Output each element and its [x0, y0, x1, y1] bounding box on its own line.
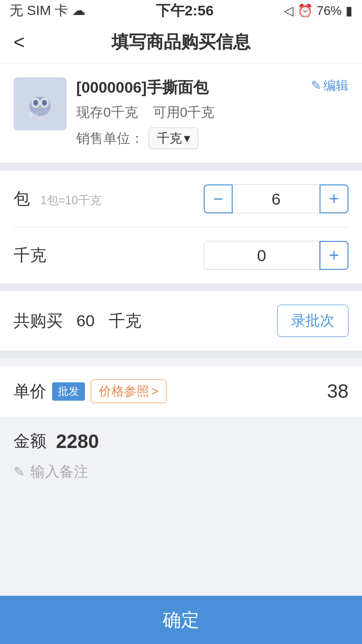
price-section: 单价 批发 价格参照 > 38 — [0, 366, 362, 417]
package-label: 包 1包=10千克 — [14, 188, 204, 210]
price-ref-arrow-icon: > — [151, 384, 158, 399]
package-row: 包 1包=10千克 − + — [14, 171, 348, 227]
amount-section: 金额 2280 ✎ 输入备注 — [0, 417, 362, 491]
amount-value: 2280 — [56, 431, 99, 452]
confirm-label: 确定 — [163, 608, 199, 632]
kg-quantity-input[interactable] — [204, 241, 320, 270]
no-sim-label: 无 SIM 卡 ☁ — [10, 1, 85, 20]
status-right: ◁ ⏰ 76% ▮ — [284, 3, 352, 18]
package-quantity-input[interactable] — [233, 184, 320, 213]
divider-2 — [0, 283, 362, 291]
unit-value: 千克 — [157, 130, 182, 147]
kg-row: 千克 + — [14, 227, 348, 283]
kg-plus-button[interactable]: + — [320, 241, 348, 270]
battery-icon: ▮ — [346, 3, 352, 18]
svg-text:智计: 智计 — [28, 112, 38, 117]
remark-icon: ✎ — [14, 464, 25, 480]
svg-point-5 — [34, 101, 37, 105]
page-title: 填写商品购买信息 — [111, 30, 251, 54]
edit-icon: ✎ — [311, 78, 321, 93]
product-unit-row: 销售单位： 千克 ▾ — [76, 127, 348, 149]
package-stepper: − + — [204, 184, 348, 213]
remark-row[interactable]: ✎ 输入备注 — [14, 462, 348, 491]
product-name: [0000006]手撕面包 — [76, 77, 209, 98]
total-unit: 千克 — [109, 311, 141, 330]
total-text: 共购买 60 千克 — [14, 310, 141, 332]
product-image: 智计 — [14, 77, 67, 130]
amount-label: 金额 — [14, 430, 46, 452]
price-row: 单价 批发 价格参照 > 38 — [14, 379, 348, 403]
available-label: 可用0千克 — [153, 105, 215, 120]
back-button[interactable]: < — [14, 31, 25, 53]
status-time: 下午2:56 — [156, 1, 214, 21]
status-left: 无 SIM 卡 ☁ — [10, 1, 85, 20]
status-bar: 无 SIM 卡 ☁ 下午2:56 ◁ ⏰ 76% ▮ — [0, 0, 362, 21]
product-info: [0000006]手撕面包 ✎ 编辑 现存0千克 可用0千克 销售单位： 千克 … — [76, 77, 348, 149]
package-minus-button[interactable]: − — [204, 184, 233, 213]
product-stock: 现存0千克 可用0千克 — [76, 103, 348, 122]
price-ref-label: 价格参照 — [99, 383, 149, 400]
alarm-icon: ⏰ — [297, 3, 313, 18]
quantity-input-section: 包 1包=10千克 − + 千克 + — [0, 171, 362, 283]
nav-bar: < 填写商品购买信息 — [0, 21, 362, 64]
confirm-button[interactable]: 确定 — [0, 596, 362, 644]
price-type-tag: 批发 — [52, 382, 85, 401]
battery-level: 76% — [317, 3, 342, 18]
divider-3 — [0, 350, 362, 358]
total-section: 共购买 60 千克 录批次 — [0, 291, 362, 350]
amount-row: 金额 2280 — [14, 430, 348, 452]
package-plus-button[interactable]: + — [320, 184, 348, 213]
edit-label: 编辑 — [323, 77, 348, 94]
svg-point-6 — [43, 101, 46, 105]
kg-stepper: + — [204, 241, 348, 270]
package-hint: 1包=10千克 — [40, 194, 101, 207]
unit-label: 销售单位： — [76, 129, 144, 148]
divider-1 — [0, 163, 362, 171]
product-card: 智计 [0000006]手撕面包 ✎ 编辑 现存0千克 可用0千克 销售单位： … — [0, 64, 362, 163]
remark-placeholder: 输入备注 — [30, 462, 88, 482]
price-value: 38 — [327, 380, 349, 402]
total-amount: 60 — [76, 311, 95, 330]
batch-button[interactable]: 录批次 — [277, 305, 348, 337]
edit-button[interactable]: ✎ 编辑 — [311, 77, 348, 94]
package-text: 包 — [14, 189, 30, 208]
kg-label: 千克 — [14, 244, 204, 266]
price-label-group: 单价 批发 价格参照 > — [14, 379, 167, 403]
unit-select[interactable]: 千克 ▾ — [149, 127, 198, 149]
dropdown-icon: ▾ — [184, 131, 190, 146]
total-label: 共购买 — [14, 311, 63, 330]
stock-label: 现存0千克 — [76, 105, 138, 120]
location-icon: ◁ — [284, 3, 293, 18]
price-label: 单价 — [14, 380, 46, 403]
product-logo-icon: 智计 — [26, 89, 55, 118]
price-ref-button[interactable]: 价格参照 > — [91, 379, 167, 403]
product-header-row: [0000006]手撕面包 ✎ 编辑 — [76, 77, 348, 103]
